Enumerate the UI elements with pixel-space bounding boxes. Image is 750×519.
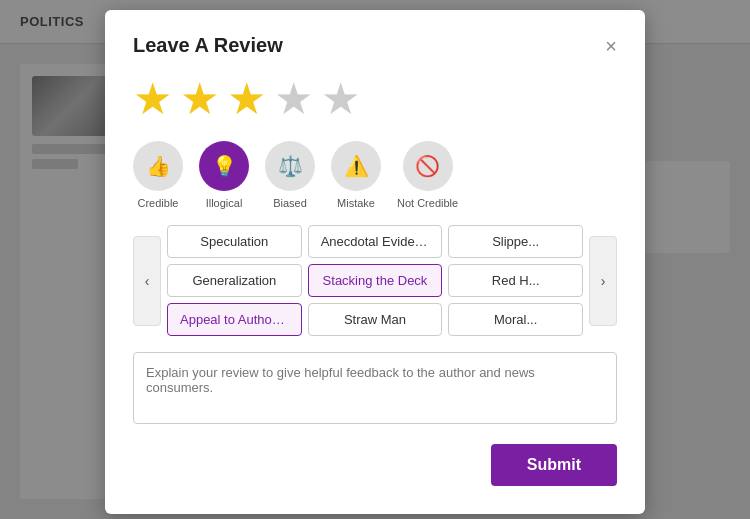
modal-overlay: Leave A Review × ★ ★ ★ ★ ★ 👍 Credible 💡 … [0, 0, 750, 519]
not-credible-icon: 🚫 [403, 141, 453, 191]
illogical-label: Illogical [206, 197, 243, 209]
illogical-icon: 💡 [199, 141, 249, 191]
credible-icon: 👍 [133, 141, 183, 191]
tags-grid: Speculation Anecdotal Evidence Slippe...… [167, 225, 583, 336]
star-1[interactable]: ★ [133, 77, 172, 121]
biased-label: Biased [273, 197, 307, 209]
tag-appeal[interactable]: Appeal to Authority [167, 303, 302, 336]
mistake-icon: ⚠️ [331, 141, 381, 191]
stars-row: ★ ★ ★ ★ ★ [133, 77, 617, 121]
tags-arrow-left[interactable]: ‹ [133, 236, 161, 326]
tag-stacking[interactable]: Stacking the Deck [308, 264, 443, 297]
star-4[interactable]: ★ [274, 77, 313, 121]
tag-red-h[interactable]: Red H... [448, 264, 583, 297]
tag-slippery[interactable]: Slippe... [448, 225, 583, 258]
tag-straw-man[interactable]: Straw Man [308, 303, 443, 336]
tags-container: ‹ Speculation Anecdotal Evidence Slippe.… [133, 225, 617, 336]
tag-moral[interactable]: Moral... [448, 303, 583, 336]
mistake-label: Mistake [337, 197, 375, 209]
category-mistake[interactable]: ⚠️ Mistake [331, 141, 381, 209]
category-credible[interactable]: 👍 Credible [133, 141, 183, 209]
biased-icon: ⚖️ [265, 141, 315, 191]
categories-row: 👍 Credible 💡 Illogical ⚖️ Biased ⚠️ Mist… [133, 141, 617, 209]
close-button[interactable]: × [605, 36, 617, 56]
modal-title: Leave A Review [133, 34, 283, 57]
modal-footer: Submit [133, 444, 617, 486]
tag-speculation[interactable]: Speculation [167, 225, 302, 258]
star-2[interactable]: ★ [180, 77, 219, 121]
tags-arrow-right[interactable]: › [589, 236, 617, 326]
review-modal: Leave A Review × ★ ★ ★ ★ ★ 👍 Credible 💡 … [105, 10, 645, 514]
credible-label: Credible [138, 197, 179, 209]
modal-header: Leave A Review × [133, 34, 617, 57]
category-illogical[interactable]: 💡 Illogical [199, 141, 249, 209]
tag-generalization[interactable]: Generalization [167, 264, 302, 297]
not-credible-label: Not Credible [397, 197, 458, 209]
star-5[interactable]: ★ [321, 77, 360, 121]
review-textarea[interactable] [133, 352, 617, 424]
tag-anecdotal[interactable]: Anecdotal Evidence [308, 225, 443, 258]
submit-button[interactable]: Submit [491, 444, 617, 486]
star-3[interactable]: ★ [227, 77, 266, 121]
category-not-credible[interactable]: 🚫 Not Credible [397, 141, 458, 209]
category-biased[interactable]: ⚖️ Biased [265, 141, 315, 209]
